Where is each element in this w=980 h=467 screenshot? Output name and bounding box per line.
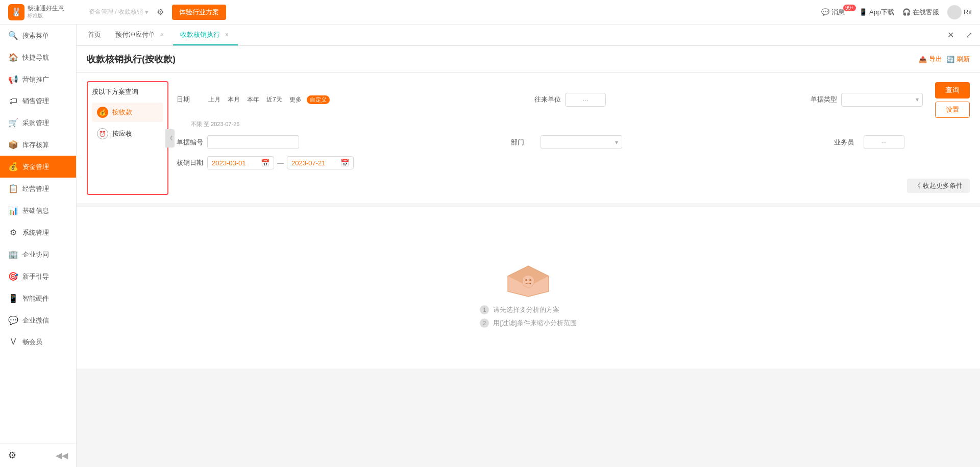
breadcrumb-text: 资金管理 / 收款核销 <box>89 8 143 16</box>
customer-service-btn[interactable]: 🎧 在线客服 <box>902 8 939 17</box>
date-shortcuts: 上月 本月 本年 近7天 更多 自定义 <box>206 94 330 105</box>
filter-option-by-payable[interactable]: ⏰ 按应收 <box>92 124 163 143</box>
collapse-more-label: 收起更多条件 <box>923 181 963 190</box>
settings-icon[interactable]: ⚙ <box>153 5 168 20</box>
sidebar-footer: ⚙ ◀◀ <box>0 443 76 467</box>
wechat-icon: 💬 <box>8 315 18 325</box>
export-label: 导出 <box>929 55 942 64</box>
business-icon: 📋 <box>8 184 18 193</box>
receipt-option-label: 按收款 <box>112 108 132 117</box>
tab-prepay-label: 预付冲应付单 <box>115 30 155 39</box>
filter-option-by-receipt[interactable]: 💰 按收款 <box>92 103 163 122</box>
partner-input[interactable]: ··· <box>565 93 606 107</box>
dept-select[interactable] <box>541 135 622 149</box>
tab-writeoff-label: 收款核销执行 <box>180 30 220 39</box>
date-last-month[interactable]: 上月 <box>206 94 223 105</box>
sidebar-item-search-menu[interactable]: 🔍 搜索菜单 <box>0 24 76 46</box>
doc-type-select-wrapper <box>841 93 923 107</box>
sidebar-label-search: 搜索菜单 <box>22 31 49 40</box>
receipt-option-icon: 💰 <box>97 107 108 118</box>
sidebar-label-quick-nav: 快捷导航 <box>22 53 49 62</box>
date-dash: — <box>277 159 284 167</box>
sidebar-item-sales[interactable]: 🏷 销售管理 <box>0 90 76 112</box>
tab-bar: 首页 预付冲应付单 × 收款核销执行 × ✕ ⤢ <box>77 24 980 46</box>
user-area[interactable]: Rit <box>947 5 972 19</box>
svg-point-2 <box>522 275 534 287</box>
writeoff-date-label: 核销日期 <box>177 158 203 167</box>
date-start-wrap[interactable]: 2023-03-01 📅 <box>207 156 274 169</box>
sidebar-item-purchase[interactable]: 🛒 采购管理 <box>0 112 76 134</box>
sidebar-label-system: 系统管理 <box>22 228 49 237</box>
sidebar-item-wechat[interactable]: 💬 企业微信 <box>0 309 76 331</box>
doc-type-select[interactable] <box>841 93 923 107</box>
sidebar-item-quick-nav[interactable]: 🏠 快捷导航 <box>0 46 76 68</box>
date-this-year[interactable]: 本年 <box>245 94 261 105</box>
message-badge: 99+ <box>843 5 856 11</box>
sidebar-label-basic-info: 基础信息 <box>22 206 49 215</box>
page-content: 收款核销执行(按收款) 📤 导出 🔄 刷新 按以下方案查询 <box>77 46 980 467</box>
system-icon: ⚙ <box>8 228 18 237</box>
filter-form: 日期 上月 本月 本年 近7天 更多 自定义 <box>177 81 970 195</box>
panel-collapse-btn[interactable]: 《 <box>165 129 175 148</box>
sidebar-item-marketing[interactable]: 📢 营销推广 <box>0 68 76 90</box>
sidebar-item-basic-info[interactable]: 📊 基础信息 <box>0 200 76 222</box>
sidebar-label-finance: 资金管理 <box>22 162 49 171</box>
refresh-label: 刷新 <box>957 55 970 64</box>
refresh-btn[interactable]: 🔄 刷新 <box>946 55 970 64</box>
member-icon: V <box>8 337 18 347</box>
breadcrumb: 资金管理 / 收款核销 ▾ <box>89 8 149 16</box>
message-label: 消息 <box>831 8 845 17</box>
query-btn[interactable]: 查询 <box>935 82 970 99</box>
user-name: Rit <box>964 8 972 16</box>
date-hint-area: 不限 至 2023-07-26 <box>191 120 970 128</box>
sidebar-item-finance[interactable]: 💰 资金管理 <box>0 156 76 178</box>
date-start-input[interactable]: 2023-03-01 <box>212 159 258 167</box>
tab-prepay-close[interactable]: × <box>158 30 166 39</box>
empty-icon-area <box>498 248 559 299</box>
dept-select-wrapper <box>541 135 622 149</box>
sidebar-item-enterprise[interactable]: 🏢 企业协同 <box>0 243 76 265</box>
sidebar-item-business[interactable]: 📋 经营管理 <box>0 178 76 200</box>
date-custom-tag[interactable]: 自定义 <box>307 95 330 104</box>
filter-area: 按以下方案查询 💰 按收款 ⏰ 按应收 《 <box>77 73 980 203</box>
export-btn[interactable]: 📤 导出 <box>919 55 942 64</box>
finance-icon: 💰 <box>8 162 18 171</box>
collapse-sidebar-icon[interactable]: ◀◀ <box>56 451 68 460</box>
collapse-more-btn[interactable]: 《 收起更多条件 <box>907 179 970 193</box>
hardware-icon: 📱 <box>8 293 18 303</box>
sidebar-item-member[interactable]: V 畅会员 <box>0 331 76 353</box>
header-right: 💬 消息 99+ 📱 App下载 🎧 在线客服 Rit <box>821 5 972 19</box>
setting-btn[interactable]: 设置 <box>935 102 970 118</box>
tab-writeoff-close[interactable]: × <box>223 30 231 39</box>
tip-num-1: 1 <box>480 305 489 314</box>
empty-tips: 1 请先选择要分析的方案 2 用[过滤]条件来缩小分析范围 <box>480 305 576 328</box>
tab-prepay[interactable]: 预付冲应付单 × <box>108 24 173 45</box>
date-last7days[interactable]: 近7天 <box>264 94 284 105</box>
tab-close-all-btn[interactable]: ✕ <box>943 28 958 42</box>
svg-point-4 <box>529 279 531 281</box>
phone-icon: 📱 <box>859 8 867 16</box>
sidebar-label-purchase: 采购管理 <box>22 118 49 128</box>
message-btn[interactable]: 💬 消息 99+ <box>821 8 851 17</box>
date-this-month[interactable]: 本月 <box>226 94 242 105</box>
settings-footer-icon[interactable]: ⚙ <box>8 450 16 461</box>
app-download-btn[interactable]: 📱 App下载 <box>859 8 894 17</box>
top-header: 🐰 畅捷通好生意 标准版 资金管理 / 收款核销 ▾ ⚙ 体验行业方案 💬 消息… <box>0 0 980 24</box>
header-left: 🐰 畅捷通好生意 标准版 资金管理 / 收款核销 ▾ ⚙ 体验行业方案 <box>8 4 821 20</box>
tab-expand-btn[interactable]: ⤢ <box>962 28 976 42</box>
staff-input[interactable]: ··· <box>864 135 904 149</box>
sidebar-item-guide[interactable]: 🎯 新手引导 <box>0 265 76 287</box>
industry-btn[interactable]: 体验行业方案 <box>172 5 226 20</box>
date-more[interactable]: 更多 <box>287 94 304 105</box>
sidebar-item-inventory[interactable]: 📦 库存核算 <box>0 134 76 156</box>
date-end-input[interactable]: 2023-07-21 <box>291 159 337 167</box>
tab-writeoff[interactable]: 收款核销执行 × <box>173 24 238 45</box>
sidebar-label-marketing: 营销推广 <box>22 75 49 84</box>
sidebar-item-hardware[interactable]: 📱 智能硬件 <box>0 287 76 309</box>
tip-text-2: 用[过滤]条件来缩小分析范围 <box>493 318 576 328</box>
tab-home[interactable]: 首页 <box>81 24 108 45</box>
doc-no-input[interactable] <box>207 135 299 149</box>
marketing-icon: 📢 <box>8 75 18 84</box>
date-end-wrap[interactable]: 2023-07-21 📅 <box>287 156 354 169</box>
sidebar-item-system[interactable]: ⚙ 系统管理 <box>0 222 76 243</box>
